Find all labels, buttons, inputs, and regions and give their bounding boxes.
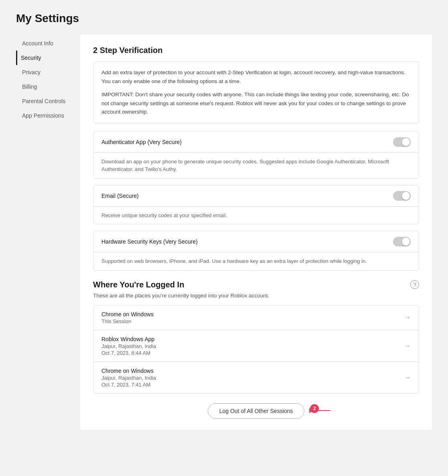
authenticator-section: Authenticator App (Very Secure) Download…	[93, 131, 419, 179]
main-content: 2 Step Verification Add an extra layer o…	[80, 35, 432, 430]
logout-all-sessions-button[interactable]: Log Out of All Other Sessions	[208, 403, 305, 419]
logout-btn-container: Log Out of All Other Sessions 2	[93, 403, 419, 419]
email-toggle-row: Email (Secure)	[93, 185, 419, 207]
hardware-section: Hardware Security Keys (Very Secure) Sup…	[93, 231, 419, 271]
annotation-arrow-2	[308, 407, 332, 419]
page-container: My Settings Account Info Security Privac…	[0, 0, 448, 442]
logged-in-desc: These are all the places you're currentl…	[93, 293, 419, 299]
logged-in-header: Where You're Logged In ?	[93, 280, 419, 289]
session-arrow-1: →	[404, 314, 411, 321]
session-location-2: Jaipur, Rajasthan, India	[101, 343, 156, 349]
session-device-1: Chrome on Windows	[101, 311, 154, 317]
sidebar-item-account-info[interactable]: Account Info	[16, 36, 80, 51]
session-info-2: Roblox Windows App Jaipur, Rajasthan, In…	[101, 336, 156, 356]
layout: Account Info Security Privacy Billing Pa…	[16, 35, 432, 430]
sidebar-item-app-permissions[interactable]: App Permissions	[16, 108, 80, 123]
sidebar-item-parental-controls[interactable]: Parental Controls	[16, 94, 80, 108]
sidebar-item-billing[interactable]: Billing	[16, 79, 80, 94]
session-location-3: Jaipur, Rajasthan, India	[101, 375, 156, 381]
two-step-info-p1: Add an extra layer of protection to your…	[101, 68, 411, 85]
session-arrow-3: →	[404, 374, 411, 381]
session-device-2: Roblox Windows App	[101, 336, 156, 342]
session-item-2[interactable]: Roblox Windows App Jaipur, Rajasthan, In…	[93, 330, 419, 362]
hardware-toggle[interactable]	[393, 237, 411, 246]
session-time-3: Oct 7, 2023, 7:41 AM	[101, 382, 156, 388]
email-label: Email (Secure)	[101, 193, 139, 199]
session-info-1: Chrome on Windows This Session	[101, 311, 154, 324]
email-section: Email (Secure) Receive unique security c…	[93, 185, 419, 225]
session-list: Chrome on Windows This Session → Roblox …	[93, 305, 419, 394]
badge-2-container: Log Out of All Other Sessions 2	[208, 403, 305, 419]
email-desc: Receive unique security codes at your sp…	[93, 207, 419, 224]
hardware-label: Hardware Security Keys (Very Secure)	[101, 238, 198, 245]
sidebar-security-wrapper: Account Info Security Privacy Billing Pa…	[16, 36, 80, 123]
logged-in-title: Where You're Logged In	[93, 280, 184, 289]
session-arrow-2: →	[404, 342, 411, 350]
two-step-title: 2 Step Verification	[93, 46, 419, 55]
authenticator-toggle[interactable]	[393, 137, 411, 147]
sidebar: Account Info Security Privacy Billing Pa…	[16, 35, 80, 430]
two-step-info-box: Add an extra layer of protection to your…	[93, 61, 419, 123]
authenticator-desc: Download an app on your phone to generat…	[93, 153, 419, 178]
hardware-toggle-row: Hardware Security Keys (Very Secure)	[93, 231, 419, 252]
session-sub-1: This Session	[101, 318, 154, 324]
two-step-section: 2 Step Verification Add an extra layer o…	[93, 46, 419, 271]
session-device-3: Chrome on Windows	[101, 368, 156, 374]
hardware-desc: Supported on web browsers, iPhone, and i…	[93, 252, 419, 270]
sidebar-item-privacy[interactable]: Privacy	[16, 65, 80, 79]
session-item-1[interactable]: Chrome on Windows This Session →	[93, 305, 419, 330]
page-title: My Settings	[16, 12, 432, 25]
session-time-2: Oct 7, 2023, 8:44 AM	[101, 350, 156, 356]
sidebar-item-security[interactable]: Security	[16, 51, 80, 65]
session-item-3[interactable]: Chrome on Windows Jaipur, Rajasthan, Ind…	[93, 362, 419, 393]
email-toggle[interactable]	[393, 191, 411, 201]
logged-in-section: Where You're Logged In ? These are all t…	[93, 280, 419, 419]
authenticator-label: Authenticator App (Very Secure)	[101, 139, 182, 145]
session-info-3: Chrome on Windows Jaipur, Rajasthan, Ind…	[101, 368, 156, 388]
help-icon[interactable]: ?	[410, 280, 419, 289]
two-step-info-p2: IMPORTANT: Don't share your security cod…	[101, 90, 411, 116]
authenticator-toggle-row: Authenticator App (Very Secure)	[93, 132, 419, 153]
